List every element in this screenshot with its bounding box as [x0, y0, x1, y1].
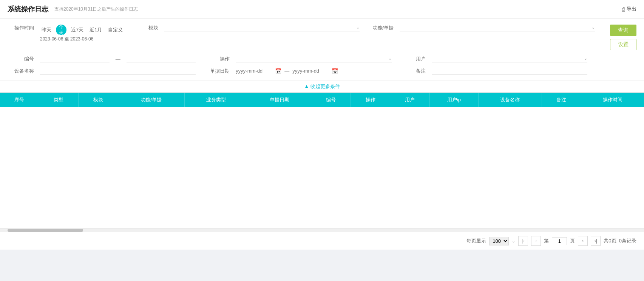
user-input[interactable]	[432, 56, 584, 61]
col-user-ip: 用户ip	[429, 93, 478, 107]
col-seq: 序号	[0, 93, 39, 107]
collapse-icon: ▲	[304, 83, 309, 89]
prev-page-button[interactable]: ‹	[531, 236, 541, 246]
number-divider: —	[116, 56, 120, 62]
total-records: 共0页, 0条记录	[604, 238, 636, 244]
doc-date-label: 单据日期	[203, 68, 230, 75]
module-label: 模块	[132, 25, 158, 31]
number-input-start[interactable]	[40, 56, 110, 61]
user-label: 用户	[399, 56, 426, 62]
col-biz-type: 业务类型	[185, 93, 248, 107]
doc-date-range: 📅 — 📅	[236, 68, 338, 74]
remark-input-wrap	[432, 68, 587, 75]
calendar-end-icon[interactable]: 📅	[332, 68, 338, 74]
time-today[interactable]: 今天	[56, 25, 66, 35]
time-custom[interactable]: 自定义	[107, 26, 124, 34]
calendar-start-icon[interactable]: 📅	[275, 68, 281, 74]
col-number: 编号	[311, 93, 351, 107]
time-filter-group: 昨天 今天 近7天 近1月 自定义	[40, 25, 124, 35]
per-page-label: 每页显示	[466, 238, 486, 244]
export-icon: ⎙	[622, 6, 625, 12]
function-input-wrap: ⌄	[400, 25, 595, 31]
time-1month[interactable]: 近1月	[88, 26, 103, 34]
page-title: 系统操作日志	[8, 5, 48, 14]
col-device: 设备名称	[478, 93, 542, 107]
doc-date-start-input[interactable]	[236, 68, 273, 74]
time-label: 操作时间	[8, 25, 34, 31]
operation-label: 操作	[203, 56, 230, 62]
page-header: 系统操作日志 支持2020年10月31日之后产生的操作日志 ⎙ 导出	[0, 0, 644, 19]
device-input-wrap	[40, 68, 196, 75]
col-function: 功能/单据	[118, 93, 184, 107]
device-input[interactable]	[40, 68, 196, 73]
last-page-button[interactable]: ›|	[591, 236, 601, 246]
settings-button[interactable]: 设置	[610, 39, 636, 50]
page-subtitle: 支持2020年10月31日之后产生的操作日志	[54, 6, 138, 12]
per-page-select[interactable]: 100 50 200	[489, 237, 509, 245]
number-input2-wrap	[127, 56, 196, 62]
col-operation: 操作	[351, 93, 390, 107]
col-op-time: 操作时间	[581, 93, 644, 107]
empty-area	[0, 107, 644, 228]
page-unit: 页	[570, 238, 575, 244]
time-range-display: 2023-06-06 至 2023-06-06	[40, 36, 124, 42]
col-doc-date: 单据日期	[248, 93, 311, 107]
page-number-input[interactable]	[552, 237, 567, 245]
module-input-wrap: ⌄	[164, 25, 360, 31]
export-button[interactable]: ⎙ 导出	[622, 6, 636, 12]
next-page-button[interactable]: ›	[578, 236, 588, 246]
function-input[interactable]	[400, 25, 591, 30]
function-label: 功能/单据	[367, 25, 394, 31]
col-module: 模块	[79, 93, 118, 107]
horizontal-scrollbar[interactable]	[0, 228, 644, 232]
first-page-button[interactable]: |‹	[518, 236, 528, 246]
col-type: 类型	[39, 93, 78, 107]
time-yesterday[interactable]: 昨天	[40, 26, 53, 34]
data-table: 序号 类型 模块 功能/单据 业务类型 单据日期 编号 操作 用户 用户ip 设…	[0, 93, 644, 107]
operation-input-wrap: ⌄	[236, 56, 391, 62]
user-input-wrap: ⌄	[432, 56, 587, 62]
remark-input[interactable]	[432, 68, 587, 73]
table-header: 序号 类型 模块 功能/单据 业务类型 单据日期 编号 操作 用户 用户ip 设…	[0, 93, 644, 107]
table-header-row: 序号 类型 模块 功能/单据 业务类型 单据日期 编号 操作 用户 用户ip 设…	[0, 93, 644, 107]
doc-date-dash: —	[284, 68, 289, 74]
pagination-bar: 每页显示 100 50 200 ⌄ |‹ ‹ 第 页 › ›| 共0页, 0条记…	[0, 232, 644, 250]
collapse-bar[interactable]: ▲ 收起更多条件	[0, 81, 644, 93]
function-dropdown-icon[interactable]: ⌄	[591, 25, 595, 30]
query-button[interactable]: 查询	[610, 25, 636, 36]
remark-label: 备注	[399, 68, 426, 75]
operation-dropdown-icon[interactable]: ⌄	[388, 56, 392, 61]
number-input1-wrap	[40, 56, 110, 62]
number-input-end[interactable]	[127, 56, 196, 61]
col-user: 用户	[390, 93, 429, 107]
operation-input[interactable]	[236, 56, 388, 61]
number-label: 编号	[8, 56, 34, 62]
collapse-label: 收起更多条件	[310, 84, 340, 89]
user-dropdown-icon[interactable]: ⌄	[584, 56, 587, 61]
action-buttons: 查询 设置	[610, 25, 636, 50]
page-label: 第	[544, 238, 549, 244]
device-label: 设备名称	[8, 68, 34, 75]
col-remark: 备注	[542, 93, 581, 107]
scrollbar-thumb[interactable]	[8, 229, 83, 232]
table-section: 序号 类型 模块 功能/单据 业务类型 单据日期 编号 操作 用户 用户ip 设…	[0, 93, 644, 228]
time-7days[interactable]: 近7天	[69, 26, 85, 34]
module-dropdown-icon[interactable]: ⌄	[356, 25, 360, 30]
doc-date-end-input[interactable]	[292, 68, 330, 74]
module-input[interactable]	[164, 25, 356, 30]
filter-section: 操作时间 昨天 今天 近7天 近1月 自定义 2023-06-06 至 2023…	[0, 19, 644, 81]
per-page-arrow: ⌄	[512, 239, 515, 244]
